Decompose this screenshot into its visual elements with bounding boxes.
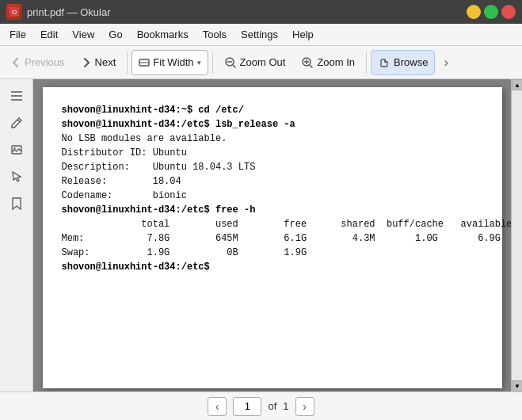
line-7: shovon@linuxhint-d34:/etc$ free -h bbox=[62, 203, 483, 217]
titlebar: O print.pdf — Okular − □ ✕ bbox=[0, 0, 522, 24]
fit-width-chevron: ▾ bbox=[197, 59, 201, 67]
more-button[interactable]: › bbox=[436, 50, 455, 75]
pdf-page: shovon@linuxhint-d34:~$ cd /etc/ shovon@… bbox=[43, 87, 502, 388]
left-panel bbox=[0, 79, 33, 391]
svg-line-6 bbox=[233, 65, 235, 67]
menu-tools[interactable]: Tools bbox=[196, 26, 233, 43]
next-button[interactable]: Next bbox=[74, 50, 124, 75]
line-5: Release: 18.04 bbox=[62, 174, 483, 189]
line-10: Swap: 1.9G 0B 1.9G bbox=[62, 246, 483, 260]
okular-icon: O bbox=[6, 4, 22, 20]
wm-controls: − □ ✕ bbox=[467, 5, 516, 19]
bookmark-icon bbox=[10, 197, 23, 210]
sidebar-toggle-tool[interactable] bbox=[5, 84, 29, 108]
line-0: shovon@linuxhint-d34:~$ cd /etc/ bbox=[62, 103, 483, 117]
line-3: Distributor ID: Ubuntu bbox=[62, 146, 483, 160]
line-2: No LSB modules are available. bbox=[62, 132, 483, 146]
fit-width-button[interactable]: Fit Width ▾ bbox=[131, 50, 208, 75]
right-scrollbar[interactable]: ▲ ▼ bbox=[511, 79, 522, 391]
zoom-in-button[interactable]: Zoom In bbox=[294, 50, 362, 75]
scroll-down-btn[interactable]: ▼ bbox=[512, 380, 522, 391]
toolbar-sep-1 bbox=[127, 52, 128, 74]
next-label: Next bbox=[95, 56, 116, 68]
browse-label: Browse bbox=[394, 56, 428, 68]
scroll-track[interactable] bbox=[512, 90, 522, 380]
zoom-in-icon bbox=[301, 56, 314, 69]
select-icon bbox=[10, 170, 23, 183]
zoom-out-icon bbox=[224, 56, 237, 69]
image-icon bbox=[10, 143, 23, 156]
titlebar-left: O print.pdf — Okular bbox=[6, 4, 111, 20]
menu-go[interactable]: Go bbox=[102, 26, 128, 43]
zoom-in-label: Zoom In bbox=[317, 56, 355, 68]
more-icon: › bbox=[444, 55, 448, 70]
browse-icon bbox=[378, 56, 391, 69]
bookmark-tool[interactable] bbox=[5, 192, 29, 216]
line-1: shovon@linuxhint-d34:/etc$ lsb_release -… bbox=[62, 117, 483, 132]
prev-icon bbox=[10, 57, 21, 68]
prev-label: Previous bbox=[25, 56, 65, 68]
fit-width-icon bbox=[139, 57, 150, 68]
pencil-tool[interactable] bbox=[5, 111, 29, 135]
close-button[interactable]: ✕ bbox=[501, 5, 516, 19]
svg-text:O: O bbox=[12, 9, 17, 16]
toolbar: Previous Next Fit Width ▾ Zoom Out bbox=[0, 46, 522, 79]
menu-help[interactable]: Help bbox=[286, 26, 320, 43]
minimize-button[interactable]: − bbox=[467, 5, 481, 19]
line-11: shovon@linuxhint-d34:/etc$ bbox=[62, 260, 483, 274]
sidebar-toggle-icon bbox=[10, 90, 23, 102]
page-prev-btn[interactable]: ‹ bbox=[208, 397, 227, 416]
next-icon bbox=[81, 57, 92, 68]
menu-view[interactable]: View bbox=[66, 26, 101, 43]
prev-button[interactable]: Previous bbox=[3, 50, 72, 75]
of-label: of bbox=[268, 400, 276, 412]
zoom-out-button[interactable]: Zoom Out bbox=[217, 50, 293, 75]
select-tool[interactable] bbox=[5, 165, 29, 189]
toolbar-sep-3 bbox=[366, 52, 367, 74]
fit-width-label: Fit Width bbox=[153, 56, 193, 68]
window-title: print.pdf — Okular bbox=[27, 6, 111, 18]
bottom-nav: ‹ of 1 › bbox=[0, 391, 522, 420]
maximize-button[interactable]: □ bbox=[484, 5, 498, 19]
line-4: Description: Ubuntu 18.04.3 LTS bbox=[62, 160, 483, 174]
line-8: total used free shared buff/cache availa… bbox=[62, 217, 483, 231]
menu-file[interactable]: File bbox=[3, 26, 32, 43]
browse-button[interactable]: Browse bbox=[371, 50, 435, 75]
main-area: shovon@linuxhint-d34:~$ cd /etc/ shovon@… bbox=[0, 79, 522, 391]
page-number-input[interactable] bbox=[233, 397, 261, 416]
line-6: Codename: bionic bbox=[62, 189, 483, 203]
line-9: Mem: 7.8G 645M 6.1G 4.3M 1.0G 6.9G bbox=[62, 231, 483, 246]
svg-point-16 bbox=[13, 147, 15, 149]
menu-settings[interactable]: Settings bbox=[234, 26, 284, 43]
scroll-up-btn[interactable]: ▲ bbox=[512, 79, 522, 90]
menubar: File Edit View Go Bookmarks Tools Settin… bbox=[0, 24, 522, 46]
svg-line-14 bbox=[17, 120, 20, 122]
zoom-out-label: Zoom Out bbox=[240, 56, 286, 68]
svg-line-10 bbox=[310, 65, 312, 67]
total-pages: 1 bbox=[283, 400, 288, 412]
pencil-icon bbox=[10, 116, 23, 129]
menu-bookmarks[interactable]: Bookmarks bbox=[131, 26, 195, 43]
image-view-tool[interactable] bbox=[5, 138, 29, 162]
page-next-btn[interactable]: › bbox=[295, 397, 314, 416]
doc-area[interactable]: shovon@linuxhint-d34:~$ cd /etc/ shovon@… bbox=[33, 79, 511, 391]
menu-edit[interactable]: Edit bbox=[34, 26, 64, 43]
toolbar-sep-2 bbox=[212, 52, 213, 74]
